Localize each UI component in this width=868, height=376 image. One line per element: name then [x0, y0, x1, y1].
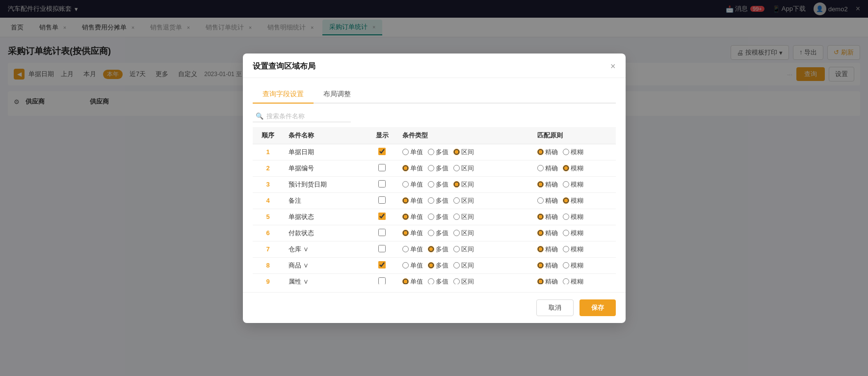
table-row: 2单据编号单值多值区间精确模糊 — [253, 160, 616, 176]
match-option-精确-2[interactable]: 精确 — [537, 164, 558, 173]
row-type-4[interactable]: 单值多值区间 — [397, 192, 532, 209]
type-option-多值-9[interactable]: 多值 — [428, 277, 448, 284]
type-option-单值-4[interactable]: 单值 — [402, 196, 423, 205]
row-match-7[interactable]: 精确模糊 — [532, 241, 615, 257]
display-checkbox-6[interactable] — [378, 229, 386, 236]
search-icon: 🔍 — [256, 112, 263, 120]
row-display-7[interactable] — [367, 241, 397, 257]
save-btn[interactable]: 保存 — [579, 299, 616, 316]
type-option-单值-8[interactable]: 单值 — [402, 261, 423, 270]
type-option-单值-9[interactable]: 单值 — [402, 277, 423, 284]
row-match-1[interactable]: 精确模糊 — [532, 144, 615, 160]
row-order-5: 5 — [253, 209, 284, 225]
type-option-多值-6[interactable]: 多值 — [428, 229, 448, 238]
row-display-5[interactable] — [367, 209, 397, 225]
row-type-5[interactable]: 单值多值区间 — [397, 209, 532, 225]
type-option-区间-2[interactable]: 区间 — [453, 164, 474, 173]
display-checkbox-8[interactable] — [378, 261, 386, 269]
row-name-6: 付款状态 — [284, 225, 367, 241]
display-checkbox-1[interactable] — [378, 148, 386, 155]
row-match-9[interactable]: 精确模糊 — [532, 273, 615, 284]
type-option-多值-3[interactable]: 多值 — [428, 180, 448, 189]
match-option-精确-3[interactable]: 精确 — [537, 180, 558, 189]
display-checkbox-4[interactable] — [378, 196, 386, 204]
row-match-8[interactable]: 精确模糊 — [532, 257, 615, 273]
type-option-单值-7[interactable]: 单值 — [402, 245, 423, 254]
modal-overlay: 设置查询区域布局 × 查询字段设置 布局调整 🔍 — [0, 0, 868, 376]
row-type-8[interactable]: 单值多值区间 — [397, 257, 532, 273]
type-option-单值-2[interactable]: 单值 — [402, 164, 423, 173]
col-match: 匹配原则 — [532, 127, 615, 144]
type-option-多值-7[interactable]: 多值 — [428, 245, 448, 254]
type-option-多值-8[interactable]: 多值 — [428, 261, 448, 270]
match-option-模糊-6[interactable]: 模糊 — [563, 229, 583, 238]
row-name-2: 单据编号 — [284, 160, 367, 176]
match-option-模糊-8[interactable]: 模糊 — [563, 261, 583, 270]
type-option-区间-6[interactable]: 区间 — [453, 229, 474, 238]
row-name-3: 预计到货日期 — [284, 176, 367, 192]
row-display-8[interactable] — [367, 257, 397, 273]
cancel-btn[interactable]: 取消 — [536, 299, 574, 316]
match-option-模糊-1[interactable]: 模糊 — [563, 148, 583, 157]
match-option-模糊-4[interactable]: 模糊 — [563, 196, 583, 205]
display-checkbox-9[interactable] — [378, 277, 386, 284]
row-display-4[interactable] — [367, 192, 397, 209]
row-display-1[interactable] — [367, 144, 397, 160]
row-type-7[interactable]: 单值多值区间 — [397, 241, 532, 257]
table-row: 8商品 ∨单值多值区间精确模糊 — [253, 257, 616, 273]
display-checkbox-3[interactable] — [378, 180, 386, 188]
type-option-多值-2[interactable]: 多值 — [428, 164, 448, 173]
match-option-模糊-2[interactable]: 模糊 — [563, 164, 583, 173]
modal-tab-query-fields[interactable]: 查询字段设置 — [253, 86, 314, 104]
modal-tabs: 查询字段设置 布局调整 — [253, 86, 616, 104]
type-option-区间-4[interactable]: 区间 — [453, 196, 474, 205]
type-option-区间-5[interactable]: 区间 — [453, 213, 474, 221]
modal-close-btn[interactable]: × — [610, 61, 616, 72]
type-option-单值-6[interactable]: 单值 — [402, 229, 423, 238]
col-order: 顺序 — [253, 127, 284, 144]
match-option-精确-4[interactable]: 精确 — [537, 196, 558, 205]
match-option-模糊-3[interactable]: 模糊 — [563, 180, 583, 189]
match-option-模糊-5[interactable]: 模糊 — [563, 213, 583, 221]
row-match-5[interactable]: 精确模糊 — [532, 209, 615, 225]
conditions-table-scroll: 顺序 条件名称 显示 条件类型 匹配原则 1单据日期单值多值区间精确模糊2单据编… — [253, 127, 616, 284]
row-type-6[interactable]: 单值多值区间 — [397, 225, 532, 241]
match-option-模糊-9[interactable]: 模糊 — [563, 277, 583, 284]
type-option-单值-5[interactable]: 单值 — [402, 213, 423, 221]
display-checkbox-7[interactable] — [378, 245, 386, 252]
row-match-3[interactable]: 精确模糊 — [532, 176, 615, 192]
row-display-9[interactable] — [367, 273, 397, 284]
type-option-多值-5[interactable]: 多值 — [428, 213, 448, 221]
row-display-3[interactable] — [367, 176, 397, 192]
row-match-2[interactable]: 精确模糊 — [532, 160, 615, 176]
display-checkbox-5[interactable] — [378, 213, 386, 220]
type-option-多值-4[interactable]: 多值 — [428, 196, 448, 205]
match-option-精确-5[interactable]: 精确 — [537, 213, 558, 221]
row-type-1[interactable]: 单值多值区间 — [397, 144, 532, 160]
row-type-2[interactable]: 单值多值区间 — [397, 160, 532, 176]
type-option-单值-1[interactable]: 单值 — [402, 148, 423, 157]
type-option-区间-9[interactable]: 区间 — [453, 277, 474, 284]
match-option-精确-7[interactable]: 精确 — [537, 245, 558, 254]
type-option-单值-3[interactable]: 单值 — [402, 180, 423, 189]
match-option-精确-9[interactable]: 精确 — [537, 277, 558, 284]
row-type-9[interactable]: 单值多值区间 — [397, 273, 532, 284]
display-checkbox-2[interactable] — [378, 164, 386, 171]
match-option-精确-6[interactable]: 精确 — [537, 229, 558, 238]
row-match-6[interactable]: 精确模糊 — [532, 225, 615, 241]
type-option-区间-8[interactable]: 区间 — [453, 261, 474, 270]
type-option-区间-1[interactable]: 区间 — [453, 148, 474, 157]
search-input[interactable] — [266, 112, 345, 120]
match-option-精确-1[interactable]: 精确 — [537, 148, 558, 157]
row-display-6[interactable] — [367, 225, 397, 241]
row-display-2[interactable] — [367, 160, 397, 176]
match-option-模糊-7[interactable]: 模糊 — [563, 245, 583, 254]
row-match-4[interactable]: 精确模糊 — [532, 192, 615, 209]
modal-tab-layout[interactable]: 布局调整 — [314, 86, 361, 104]
match-option-精确-8[interactable]: 精确 — [537, 261, 558, 270]
modal-body: 查询字段设置 布局调整 🔍 顺序 条件名称 显示 — [243, 78, 626, 292]
type-option-区间-7[interactable]: 区间 — [453, 245, 474, 254]
row-type-3[interactable]: 单值多值区间 — [397, 176, 532, 192]
type-option-多值-1[interactable]: 多值 — [428, 148, 448, 157]
type-option-区间-3[interactable]: 区间 — [453, 180, 474, 189]
